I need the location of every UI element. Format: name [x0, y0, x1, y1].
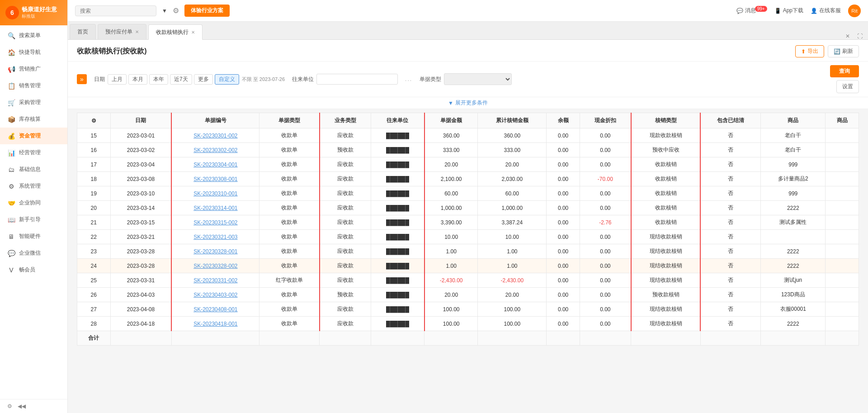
td-order_type: 收款单	[259, 157, 320, 172]
td-verified: 1.00	[478, 244, 547, 259]
td-amount: 20.00	[425, 288, 478, 302]
td-discount: 0.00	[580, 317, 631, 331]
td-order_no[interactable]: SK-20230408-001	[171, 302, 259, 317]
td-partner: ██████	[371, 259, 424, 273]
table-wrapper: ⚙日期单据编号单据类型业务类型往来单位单据金额累计核销金额余额现金折扣核销类型包…	[68, 109, 868, 413]
td-goods2	[826, 157, 859, 172]
td-order_no[interactable]: SK-20230301-002	[171, 128, 259, 143]
date-btn-近7天[interactable]: 近7天	[170, 74, 192, 85]
tab-label: 收款核销执行	[156, 28, 189, 36]
date-btn-本年[interactable]: 本年	[149, 74, 168, 85]
td-order_no[interactable]: SK-20230310-001	[171, 186, 259, 201]
user-avatar-group[interactable]: Rit	[848, 5, 861, 17]
table-row: 282023-04-18SK-20230418-001收款单应收款██████1…	[77, 317, 859, 331]
td-order_no[interactable]: SK-20230403-002	[171, 288, 259, 302]
td-biz_type: 应收款	[320, 186, 371, 201]
tab-收款核销执行[interactable]: 收款核销执行✕	[148, 24, 203, 40]
td-order_no[interactable]: SK-20230331-002	[171, 273, 259, 288]
online-service-group[interactable]: 👤 在线客服	[811, 7, 841, 14]
chevron-down-icon: ▼	[162, 8, 167, 14]
close-tab-icon[interactable]: ✕	[845, 33, 850, 39]
topbar-gear-icon[interactable]: ⚙	[173, 6, 179, 15]
td-partner: ██████	[371, 157, 424, 172]
refresh-button[interactable]: 🔄 刷新	[828, 45, 859, 57]
table-total-row: 合计	[77, 331, 859, 346]
td-order_no[interactable]: SK-20230304-001	[171, 157, 259, 172]
sidebar-item-purchase[interactable]: 🛒采购管理	[0, 94, 67, 111]
td-order_no[interactable]: SK-20230328-002	[171, 259, 259, 273]
sidebar-item-hardware[interactable]: 🖥智能硬件	[0, 228, 67, 245]
date-btn-上月[interactable]: 上月	[108, 74, 127, 85]
sidebar-item-finance[interactable]: 💰资金管理	[0, 128, 67, 144]
date-btn-本月[interactable]: 本月	[128, 74, 147, 85]
sidebar-item-search[interactable]: 🔍搜索菜单	[0, 27, 67, 44]
partner-input[interactable]	[316, 74, 398, 85]
td-idx: 27	[77, 302, 111, 317]
receipt-type-select[interactable]	[444, 73, 512, 85]
expand-button[interactable]: ▼ 展开更多条件	[448, 99, 488, 107]
export-button[interactable]: ⬆ 导出	[795, 45, 824, 57]
td-idx: 28	[77, 317, 111, 331]
td-goods2	[826, 317, 859, 331]
sidebar-item-sales[interactable]: 📋销售管理	[0, 77, 67, 94]
td-biz_type: 应收款	[320, 201, 371, 215]
td-order_type: 收款单	[259, 172, 320, 186]
td-order_no[interactable]: SK-20230315-002	[171, 215, 259, 230]
tab-首页[interactable]: 首页	[70, 24, 96, 39]
filter-toggle-button[interactable]: »	[77, 74, 87, 84]
td-verify_type: 现结收款核销	[631, 302, 701, 317]
topbar-dropdown[interactable]: ▼	[162, 8, 167, 14]
search-input[interactable]	[75, 5, 156, 16]
tab-close-icon[interactable]: ✕	[135, 29, 139, 34]
td-idx: 19	[77, 186, 111, 201]
sidebar-item-marketing[interactable]: 📢营销推广	[0, 61, 67, 77]
td-discount: 0.00	[580, 230, 631, 244]
td-verified: 360.00	[478, 128, 547, 143]
nav-icon: 🏠	[7, 49, 15, 56]
sidebar-item-guide[interactable]: 📖新手引导	[0, 211, 67, 228]
settings-icon[interactable]: ⚙	[7, 403, 12, 409]
tab-close-icon[interactable]: ✕	[191, 30, 195, 35]
td-order_type: 收款单	[259, 288, 320, 302]
date-btn-更多[interactable]: 更多	[194, 74, 213, 85]
sidebar-item-wechat[interactable]: 💬企业微信	[0, 245, 67, 261]
td-goods: 2222	[761, 201, 826, 215]
sidebar-item-system[interactable]: ⚙系统管理	[0, 178, 67, 195]
td-date: 2023-04-08	[110, 302, 171, 317]
td-order_no[interactable]: SK-20230314-001	[171, 201, 259, 215]
td-verified: 60.00	[478, 186, 547, 201]
purchase-label: 采购管理	[19, 99, 41, 106]
td-partner: ██████	[371, 186, 424, 201]
date-btn-custom[interactable]: 自定义	[215, 74, 239, 85]
td-order_no[interactable]: SK-20230302-002	[171, 143, 259, 157]
td-goods2	[826, 172, 859, 186]
td-partner: ██████	[371, 317, 424, 331]
search-icon: 🔍	[7, 32, 15, 39]
setting-button[interactable]: 设置	[836, 80, 859, 93]
messages-badge: 99+	[755, 6, 767, 12]
solution-button[interactable]: 体验行业方案	[184, 5, 230, 17]
td-order_no[interactable]: SK-20230418-001	[171, 317, 259, 331]
tabbar-actions: ✕⛶	[845, 33, 868, 39]
sidebar-item-inventory[interactable]: 📦库存核算	[0, 111, 67, 128]
td-order_no[interactable]: SK-20230308-001	[171, 172, 259, 186]
sidebar-item-nav[interactable]: 🏠快捷导航	[0, 44, 67, 61]
sidebar-item-operations[interactable]: 📊经营管理	[0, 144, 67, 161]
sidebar-item-member[interactable]: V畅会员	[0, 261, 67, 278]
th-partner: 往来单位	[371, 113, 424, 128]
td-idx: 26	[77, 288, 111, 302]
td-order_type: 收款单	[259, 230, 320, 244]
th-verified: 累计核销金额	[478, 113, 547, 128]
td-biz_type: 应收款	[320, 157, 371, 172]
app-download-group[interactable]: 📱 App下载	[774, 7, 803, 14]
fullscreen-icon[interactable]: ⛶	[857, 33, 863, 39]
td-order_no[interactable]: SK-20230321-003	[171, 230, 259, 244]
sidebar-item-base[interactable]: 🗂基础信息	[0, 161, 67, 178]
tab-预付应付单[interactable]: 预付应付单✕	[98, 24, 146, 39]
collapse-icon[interactable]: ◀◀	[18, 403, 26, 409]
sidebar-item-enterprise[interactable]: 🤝企业协同	[0, 195, 67, 211]
query-button[interactable]: 查询	[830, 65, 859, 77]
messages-group[interactable]: 💬 消息 99+	[736, 7, 767, 14]
td-order_type: 收款单	[259, 244, 320, 259]
td-order_no[interactable]: SK-20230328-001	[171, 244, 259, 259]
